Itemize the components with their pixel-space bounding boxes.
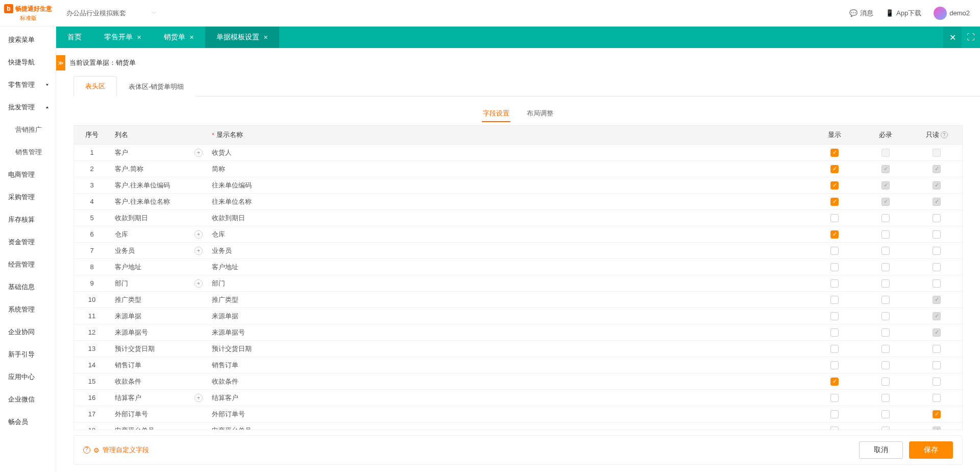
sidebar-item-2[interactable]: 零售管理▼ [0,74,56,96]
checkbox[interactable] [830,263,839,271]
checkbox[interactable] [830,181,839,190]
checkbox[interactable] [881,279,890,288]
expand-plus-icon[interactable]: + [194,394,203,402]
sidebar-item-3[interactable]: 批发管理▲ [0,96,56,119]
cell-display-name[interactable]: 往来单位编码 [207,181,809,190]
checkbox[interactable] [881,230,890,239]
sidebar-item-0[interactable]: 搜索菜单 [0,29,56,51]
checkbox[interactable] [881,296,890,304]
sidebar-item-10[interactable]: 经营管理 [0,253,56,276]
expand-plus-icon[interactable]: + [194,230,203,239]
close-icon[interactable]: ✕ [137,34,141,41]
checkbox[interactable] [933,361,941,369]
sidebar-item-9[interactable]: 资金管理 [0,231,56,253]
cell-display-name[interactable]: 客户地址 [207,263,809,272]
cell-display-name[interactable]: 业务员 [207,246,809,255]
sidebar-item-6[interactable]: 电商管理 [0,163,56,186]
checkbox[interactable] [830,410,839,418]
sidebar-item-5[interactable]: 销售管理 [0,141,56,163]
checkbox[interactable] [881,328,890,337]
sidebar-item-16[interactable]: 企业微信 [0,388,56,411]
tab-0[interactable]: 首页 [56,27,93,48]
sub-tab-0[interactable]: 字段设置 [482,106,510,122]
checkbox[interactable] [881,345,890,353]
table-body[interactable]: 1客户+收货人2客户.简称简称3客户.往来单位编码往来单位编码4客户.往来单位名… [74,145,963,430]
checkbox[interactable] [933,410,941,418]
tab-2[interactable]: 销货单✕ [153,27,205,48]
cell-display-name[interactable]: 推广类型 [207,295,809,304]
save-button[interactable]: 保存 [909,441,953,459]
fullscreen-button[interactable]: ⛶ [962,27,980,48]
close-icon[interactable]: ✕ [263,34,268,41]
checkbox[interactable] [830,296,839,304]
messages-button[interactable]: 💬 消息 [849,9,873,18]
cell-display-name[interactable]: 来源单据 [207,312,809,321]
sidebar-item-15[interactable]: 应用中心 [0,366,56,388]
checkbox[interactable] [830,312,839,320]
sidebar-item-13[interactable]: 企业协同 [0,321,56,343]
checkbox[interactable] [830,361,839,369]
cell-display-name[interactable]: 销售订单 [207,361,809,370]
sub-tab-1[interactable]: 布局调整 [526,106,554,122]
tab-1[interactable]: 零售开单✕ [93,27,153,48]
checkbox[interactable] [881,361,890,369]
checkbox[interactable] [881,377,890,386]
app-download-button[interactable]: 📱 App下载 [886,9,921,18]
tab-3[interactable]: 单据模板设置✕ [205,27,279,48]
expand-plus-icon[interactable]: + [194,247,203,255]
checkbox[interactable] [933,345,941,353]
close-icon[interactable]: ✕ [189,34,194,41]
checkbox[interactable] [830,427,839,431]
sidebar-item-17[interactable]: 畅会员 [0,411,56,433]
close-all-tabs-button[interactable]: ✕ [943,27,962,48]
account-selector[interactable]: 办公品行业模拟账套 ﹀ [66,9,157,18]
expand-handle-icon[interactable]: ≫ [56,55,65,70]
sidebar-item-7[interactable]: 采购管理 [0,186,56,208]
checkbox[interactable] [881,312,890,320]
cell-display-name[interactable]: 往来单位名称 [207,197,809,206]
expand-plus-icon[interactable]: + [194,149,203,157]
cell-display-name[interactable]: 结算客户 [207,393,809,403]
cell-display-name[interactable]: 来源单据号 [207,328,809,337]
section-tab-1[interactable]: 表体区-销货单明细 [117,77,195,97]
checkbox[interactable] [881,214,890,222]
cell-display-name[interactable]: 预计交货日期 [207,344,809,353]
checkbox[interactable] [830,165,839,173]
help-icon[interactable]: ? [941,131,948,138]
checkbox[interactable] [830,328,839,337]
checkbox[interactable] [830,394,839,402]
checkbox[interactable] [830,230,839,239]
sidebar-item-4[interactable]: 营销推广 [0,119,56,141]
cell-display-name[interactable]: 收款条件 [207,377,809,386]
manage-custom-fields-link[interactable]: ⚙ 管理自定义字段 [83,445,149,455]
sidebar-item-8[interactable]: 库存核算 [0,208,56,231]
user-menu[interactable]: demo2 [934,7,970,20]
cancel-button[interactable]: 取消 [859,441,903,459]
section-tab-0[interactable]: 表头区 [74,76,117,97]
checkbox[interactable] [933,377,941,386]
cell-display-name[interactable]: 外部订单号 [207,410,809,419]
sidebar-item-12[interactable]: 系统管理 [0,298,56,321]
checkbox[interactable] [830,214,839,222]
checkbox[interactable] [933,263,941,271]
checkbox[interactable] [830,279,839,288]
cell-display-name[interactable]: 收款到期日 [207,214,809,223]
sidebar-item-11[interactable]: 基础信息 [0,276,56,298]
checkbox[interactable] [830,247,839,255]
checkbox[interactable] [881,263,890,271]
checkbox[interactable] [830,345,839,353]
checkbox[interactable] [881,394,890,402]
checkbox[interactable] [933,394,941,402]
checkbox[interactable] [830,377,839,386]
sidebar-item-1[interactable]: 快捷导航 [0,51,56,74]
checkbox[interactable] [881,427,890,431]
expand-plus-icon[interactable]: + [194,279,203,288]
checkbox[interactable] [933,247,941,255]
checkbox[interactable] [830,149,839,157]
cell-display-name[interactable]: 电商平台单号 [207,426,809,431]
checkbox[interactable] [830,198,839,206]
sidebar-item-14[interactable]: 新手引导 [0,343,56,366]
cell-display-name[interactable]: 部门 [207,279,809,288]
checkbox[interactable] [933,279,941,288]
checkbox[interactable] [933,230,941,239]
